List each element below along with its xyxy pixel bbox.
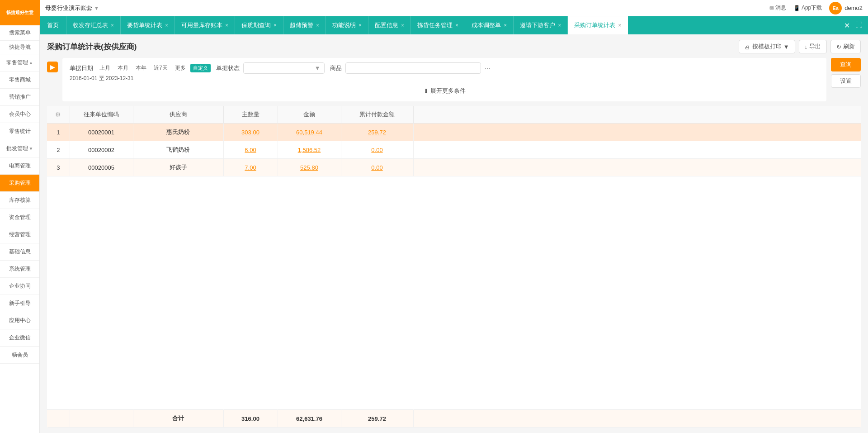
close-icon[interactable]: × (455, 22, 458, 29)
sidebar-item-newguide[interactable]: 新手引导 (0, 295, 39, 312)
sidebar-item-retail-mall[interactable]: 零售商城 (0, 71, 39, 89)
close-icon[interactable]: × (401, 22, 404, 29)
close-icon[interactable]: × (558, 22, 561, 29)
amount-link[interactable]: 525.80 (300, 164, 318, 171)
page-actions: 🖨 按模板打印 ▼ ↓ 导出 ↻ 刷新 (739, 40, 861, 53)
qty-link[interactable]: 7.00 (245, 164, 256, 171)
tab-label: 功能说明 (332, 21, 356, 29)
qty-link[interactable]: 303.00 (241, 129, 259, 136)
date-btn-this-year[interactable]: 本年 (133, 63, 149, 73)
sidebar-item-enterprise[interactable]: 企业协同 (0, 278, 39, 295)
close-icon[interactable]: × (504, 22, 507, 29)
filter-toggle-button[interactable]: ▶ (47, 62, 58, 72)
tab-purchase-stat[interactable]: 采购订单统计表 × (568, 16, 628, 34)
close-icon[interactable]: × (618, 22, 621, 29)
sidebar-item-appcenter[interactable]: 应用中心 (0, 312, 39, 329)
sidebar-item-retail-stat[interactable]: 零售统计 (0, 123, 39, 140)
expand-more-btn[interactable]: ⬇ 展开更多条件 (418, 85, 471, 97)
search-menu[interactable]: 搜索菜单 (0, 25, 39, 41)
goods-input[interactable] (345, 62, 481, 74)
export-button[interactable]: ↓ 导出 (799, 40, 827, 53)
tab-warranty-query[interactable]: 保质期查询 × (235, 16, 283, 34)
quick-nav[interactable]: 快捷导航 (0, 41, 39, 54)
tab-overstock-warning[interactable]: 超储预警 × (283, 16, 326, 34)
paid-link[interactable]: 0.00 (371, 164, 382, 171)
setting-button[interactable]: 设置 (831, 74, 861, 88)
paid-link[interactable]: 259.72 (368, 129, 386, 136)
footer-qty: 316.00 (223, 410, 278, 428)
date-btn-this-month[interactable]: 本月 (115, 63, 131, 73)
tab-available-inventory[interactable]: 可用量库存账本 × (175, 16, 235, 34)
sidebar-item-retail[interactable]: 零售管理 ▲ (0, 54, 39, 71)
user-menu[interactable]: Ea demo2 (829, 2, 863, 14)
col-header-index: ⚙ (47, 106, 70, 124)
close-icon[interactable]: × (316, 22, 319, 29)
tab-label: 邀请下游客户 (520, 21, 555, 29)
sidebar-item-system[interactable]: 系统管理 (0, 261, 39, 278)
close-icon[interactable]: × (111, 22, 114, 29)
app-download-btn[interactable]: 📱 App下载 (793, 4, 822, 12)
close-tab-icon[interactable]: ✕ (842, 19, 852, 32)
gear-icon[interactable]: ⚙ (55, 111, 61, 118)
message-label: 消息 (775, 4, 786, 12)
close-icon[interactable]: × (274, 22, 277, 29)
message-btn[interactable]: ✉ 消息 (769, 4, 786, 12)
date-range-display: 2016-01-01 至 2023-12-31 (70, 75, 133, 82)
refresh-icon: ↻ (836, 43, 841, 50)
sidebar-item-ecommerce[interactable]: 电商管理 (0, 157, 39, 175)
sidebar-item-basic[interactable]: 基础信息 (0, 243, 39, 261)
tab-pick-task[interactable]: 拣货任务管理 × (411, 16, 465, 34)
row-index: 2 (47, 141, 70, 159)
sidebar-item-vip[interactable]: 畅会员 (0, 347, 39, 364)
qty-link[interactable]: 6.00 (245, 147, 256, 153)
amount-link[interactable]: 60,519.44 (296, 129, 322, 136)
table-row[interactable]: 3 00020005 好孩子 7.00 525.80 0.00 (47, 159, 861, 176)
workspace-selector[interactable]: 母婴行业演示账套 ▼ (45, 4, 99, 12)
col-header-supplier: 供应商 (133, 106, 223, 124)
date-btn-more[interactable]: 更多 (172, 63, 189, 73)
tab-requisition-stat[interactable]: 要货单统计表 × (121, 16, 175, 34)
close-icon[interactable]: × (165, 22, 168, 29)
topbar-right: ✉ 消息 📱 App下载 Ea demo2 (769, 2, 863, 14)
row-code: 00020002 (70, 141, 133, 159)
table-row[interactable]: 1 00020001 惠氏奶粉 303.00 60,519.44 259.72 (47, 124, 861, 141)
maximize-icon[interactable]: ⛶ (854, 19, 864, 31)
sidebar-item-purchase[interactable]: 采购管理 (0, 175, 39, 192)
sidebar-item-wholesale[interactable]: 批发管理 ▼ (0, 140, 39, 157)
date-btn-last-month[interactable]: 上月 (97, 63, 113, 73)
sidebar-item-operations[interactable]: 经营管理 (0, 226, 39, 243)
print-button[interactable]: 🖨 按模板打印 ▼ (739, 40, 795, 53)
sidebar-item-member[interactable]: 会员中心 (0, 106, 39, 123)
table-row[interactable]: 2 00020002 飞鹤奶粉 6.00 1,586.52 0.00 (47, 141, 861, 159)
row-extra (413, 159, 861, 176)
avatar: Ea (829, 2, 842, 14)
purchase-stat-table: ⚙ 往来单位编码 供应商 主数量 金额 累计付款金额 1 00020001 (47, 106, 861, 176)
sidebar-item-marketing[interactable]: 营销推广 (0, 89, 39, 106)
sidebar-item-wechat[interactable]: 企业微信 (0, 329, 39, 347)
sidebar-item-inventory[interactable]: 库存核算 (0, 192, 39, 209)
tab-cost-adjust[interactable]: 成本调整单 × (465, 16, 514, 34)
close-icon[interactable]: × (225, 22, 228, 29)
footer-empty-code (70, 410, 133, 428)
sidebar-item-finance[interactable]: 资金管理 (0, 209, 39, 226)
tab-invite-downstream[interactable]: 邀请下游客户 × (514, 16, 568, 34)
goods-more-icon[interactable]: ··· (485, 64, 491, 72)
amount-link[interactable]: 1,586.52 (298, 147, 321, 153)
close-icon[interactable]: × (359, 22, 362, 29)
sidebar-item-label: 零售管理 (6, 59, 28, 67)
tab-function-desc[interactable]: 功能说明 × (326, 16, 368, 34)
query-button[interactable]: 查询 (831, 58, 861, 71)
date-btn-7days[interactable]: 近7天 (151, 63, 170, 73)
refresh-button[interactable]: ↻ 刷新 (830, 40, 861, 53)
status-select[interactable]: ▼ (243, 62, 325, 74)
paid-link[interactable]: 0.00 (371, 147, 382, 153)
row-index: 1 (47, 124, 70, 141)
tab-label: 成本调整单 (472, 21, 501, 29)
footer-extra (413, 410, 861, 428)
row-paid: 0.00 (341, 141, 413, 159)
tab-receive-summary[interactable]: 收发存汇总表 × (66, 16, 121, 34)
tab-home[interactable]: 首页 (40, 16, 66, 34)
tab-config-info[interactable]: 配置信息 × (368, 16, 411, 34)
username: demo2 (844, 5, 863, 11)
export-label: 导出 (809, 43, 821, 51)
